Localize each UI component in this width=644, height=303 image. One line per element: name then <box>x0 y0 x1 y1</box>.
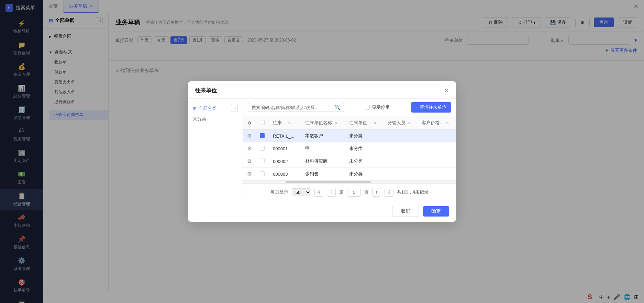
row-checkbox[interactable] <box>260 171 265 176</box>
category-uncategorized[interactable]: 未分类 <box>188 114 243 124</box>
data-table: ⚙ 往来... ⇅ 往来单位名称 <box>243 116 456 180</box>
select-all-checkbox[interactable] <box>260 120 265 125</box>
search-icon: 🔍 <box>334 105 340 110</box>
table-row[interactable]: ⚙ 000003 张销售 未分类 <box>243 168 456 180</box>
col-code: 往来... ⇅ <box>269 116 301 130</box>
prev-page-btn[interactable]: ⟨ <box>327 188 336 197</box>
row-manager <box>384 142 418 155</box>
col-name: 往来单位名称 ⇅ <box>301 116 345 130</box>
cancel-button[interactable]: 取消 <box>392 206 419 217</box>
last-page-btn[interactable]: ⟩⟩ <box>385 188 393 197</box>
show-disabled-group: 显示停用 <box>365 104 390 110</box>
row-manager <box>384 168 418 180</box>
row-check[interactable] <box>256 168 269 180</box>
dialog-body: ⊞ 全部分类 《 未分类 🔍 显示停用 <box>188 99 456 201</box>
row-name: 零散客户 <box>301 130 345 142</box>
row-name: 张销售 <box>301 168 345 180</box>
settings-icon-col: ⚙ <box>247 120 252 126</box>
confirm-button[interactable]: 确定 <box>423 206 449 217</box>
row-check[interactable] <box>256 130 269 142</box>
partner-dialog: 往来单位 ✕ ⊞ 全部分类 《 未分类 🔍 <box>188 81 456 222</box>
category-collapse[interactable]: 《 <box>231 105 238 112</box>
modal-overlay[interactable]: 往来单位 ✕ ⊞ 全部分类 《 未分类 🔍 <box>0 0 644 303</box>
grid-icon-category: ⊞ <box>193 106 197 111</box>
row-price <box>418 130 456 142</box>
row-check[interactable] <box>256 142 269 155</box>
col-settings[interactable]: ⚙ <box>243 116 256 130</box>
row-settings[interactable]: ⚙ <box>243 155 256 168</box>
page-input[interactable] <box>347 188 361 197</box>
category-panel: ⊞ 全部分类 《 未分类 <box>188 99 243 201</box>
row-price <box>418 168 456 180</box>
table-header-row: ⚙ 往来... ⇅ 往来单位名称 <box>243 116 456 130</box>
per-page-label: 每页显示 <box>270 189 288 195</box>
row-settings[interactable]: ⚙ <box>243 142 256 155</box>
content-panel: 🔍 显示停用 + 新增往来单位 ⚙ <box>243 99 456 201</box>
row-settings[interactable]: ⚙ <box>243 168 256 180</box>
row-name: 材料供应商 <box>301 155 345 168</box>
col-price: 客户价格... ⇅ <box>418 116 456 130</box>
show-disabled-checkbox[interactable] <box>365 105 370 110</box>
row-name: 甲 <box>301 142 345 155</box>
partner-table: ⚙ 往来... ⇅ 往来单位名称 <box>243 116 456 180</box>
pagination: 每页显示 50 100 ⟨⟨ ⟨ 第 页 ⟩ ⟩⟩ 共1页，4条记录 <box>243 183 456 201</box>
row-category: 未分类 <box>345 130 384 142</box>
total-info: 共1页，4条记录 <box>397 189 429 195</box>
dialog-footer: 取消 确定 <box>188 201 456 222</box>
table-body: ⚙ RETAIL_... 零散客户 未分类 ⚙ 000001 甲 未分类 ⚙ 0… <box>243 130 456 180</box>
content-toolbar: 🔍 显示停用 + 新增往来单位 <box>243 99 456 116</box>
row-price <box>418 155 456 168</box>
row-price <box>418 142 456 155</box>
col-manager: 分管人员 ⇅ <box>384 116 418 130</box>
add-partner-button[interactable]: + 新增往来单位 <box>411 102 451 113</box>
next-page-btn[interactable]: ⟩ <box>372 188 381 197</box>
table-row[interactable]: ⚙ 000001 甲 未分类 <box>243 142 456 155</box>
page-suffix: 页 <box>364 189 369 195</box>
row-code: 000002 <box>269 155 301 168</box>
manager-sort-icon[interactable]: ⇅ <box>408 121 411 125</box>
row-manager <box>384 155 418 168</box>
row-checkbox[interactable] <box>260 159 265 163</box>
category-sort-icon[interactable]: ⇅ <box>374 121 376 125</box>
price-sort-icon[interactable]: ⇅ <box>446 121 449 125</box>
scrollbar-thumb[interactable] <box>286 181 371 183</box>
row-code: RETAIL_... <box>269 130 301 142</box>
row-manager <box>384 130 418 142</box>
row-checkbox[interactable] <box>260 133 265 138</box>
col-category: 往来单位... ⇅ <box>345 116 384 130</box>
first-page-btn[interactable]: ⟨⟨ <box>314 188 323 197</box>
dialog-close-btn[interactable]: ✕ <box>444 87 449 94</box>
scrollbar-area <box>243 180 456 183</box>
dialog-header: 往来单位 ✕ <box>188 81 456 99</box>
col-check <box>256 116 269 130</box>
row-category: 未分类 <box>345 168 384 180</box>
row-checkbox[interactable] <box>260 146 265 151</box>
row-check[interactable] <box>256 155 269 168</box>
category-all-label: 全部分类 <box>199 105 216 112</box>
category-all[interactable]: ⊞ 全部分类 《 <box>188 103 243 114</box>
search-box[interactable]: 🔍 <box>248 103 344 112</box>
row-category: 未分类 <box>345 142 384 155</box>
row-settings[interactable]: ⚙ <box>243 130 256 142</box>
row-category: 未分类 <box>345 155 384 168</box>
per-page-select[interactable]: 50 100 <box>292 188 311 196</box>
table-row[interactable]: ⚙ 000002 材料供应商 未分类 <box>243 155 456 168</box>
name-sort-icon[interactable]: ⇅ <box>335 121 337 125</box>
page-label: 第 <box>339 189 344 195</box>
search-input[interactable] <box>252 105 332 110</box>
dialog-title: 往来单位 <box>195 87 217 94</box>
show-disabled-label: 显示停用 <box>372 104 390 110</box>
row-code: 000003 <box>269 168 301 180</box>
row-code: 000001 <box>269 142 301 155</box>
table-row[interactable]: ⚙ RETAIL_... 零散客户 未分类 <box>243 130 456 142</box>
code-sort-icon[interactable]: ⇅ <box>288 121 291 125</box>
